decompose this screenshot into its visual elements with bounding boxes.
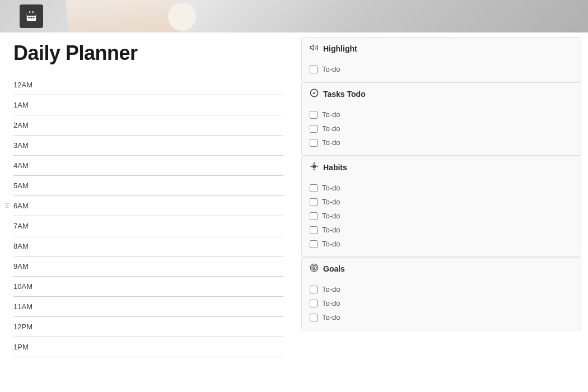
todo-item[interactable]: To-do bbox=[310, 223, 573, 237]
time-slot[interactable]: 8AM bbox=[13, 236, 283, 256]
time-slot[interactable]: 4AM bbox=[13, 156, 283, 176]
widget-highlight: HighlightTo-do bbox=[301, 37, 581, 82]
svg-rect-6 bbox=[33, 17, 35, 18]
time-slot[interactable]: 3AM bbox=[13, 136, 283, 156]
svg-rect-2 bbox=[29, 11, 30, 13]
todo-checkbox[interactable] bbox=[310, 226, 318, 234]
tasks-icon bbox=[310, 88, 319, 100]
todo-checkbox[interactable] bbox=[310, 184, 318, 192]
svg-point-15 bbox=[312, 265, 316, 270]
drag-handle-icon[interactable]: ⠿ bbox=[4, 202, 10, 210]
todo-checkbox[interactable] bbox=[310, 66, 318, 73]
time-label: 8AM bbox=[13, 242, 41, 250]
time-slot[interactable]: 10AM bbox=[13, 277, 283, 297]
todo-item[interactable]: To-do bbox=[310, 62, 573, 76]
todo-label: To-do bbox=[322, 184, 340, 192]
time-slot[interactable]: 12AM bbox=[13, 75, 283, 95]
todo-item[interactable]: To-do bbox=[310, 282, 573, 296]
widget-goals: GoalsTo-doTo-doTo-do bbox=[301, 257, 581, 330]
svg-point-9 bbox=[312, 165, 316, 169]
time-slots-container: 12AM1AM2AM3AM4AM5AM⠿6AM7AM8AM9AM10AM11AM… bbox=[13, 75, 283, 357]
todo-checkbox[interactable] bbox=[310, 286, 318, 293]
time-slot[interactable]: 1PM bbox=[13, 337, 283, 357]
todo-item[interactable]: To-do bbox=[310, 209, 573, 223]
todo-label: To-do bbox=[322, 313, 340, 321]
widget-items-tasks-todo: To-doTo-doTo-do bbox=[302, 105, 581, 155]
calendar-svg bbox=[25, 10, 38, 22]
svg-rect-5 bbox=[31, 17, 32, 18]
time-label: 4AM bbox=[13, 161, 41, 170]
time-label: 12AM bbox=[13, 81, 41, 89]
todo-label: To-do bbox=[322, 65, 340, 73]
time-slot[interactable]: 9AM bbox=[13, 256, 283, 277]
right-column: HighlightTo-doTasks TodoTo-doTo-doTo-doH… bbox=[297, 32, 588, 392]
todo-item[interactable]: To-do bbox=[310, 296, 573, 310]
time-slot[interactable]: 11AM bbox=[13, 297, 283, 317]
time-slot[interactable]: 7AM bbox=[13, 216, 283, 236]
todo-item[interactable]: To-do bbox=[310, 108, 573, 122]
time-label: 12PM bbox=[13, 323, 41, 331]
time-slot[interactable]: 2AM bbox=[13, 115, 283, 136]
todo-checkbox[interactable] bbox=[310, 139, 318, 147]
page-title: Daily Planner bbox=[13, 41, 283, 65]
todo-item[interactable]: To-do bbox=[310, 181, 573, 195]
time-label: 6AM bbox=[13, 202, 41, 210]
widget-title-habits: Habits bbox=[323, 163, 347, 172]
svg-point-11 bbox=[314, 169, 315, 170]
time-slot[interactable]: ⠿6AM bbox=[13, 196, 283, 216]
todo-checkbox[interactable] bbox=[310, 212, 318, 220]
todo-checkbox[interactable] bbox=[310, 300, 318, 307]
time-label: 2AM bbox=[13, 121, 41, 129]
time-label: 3AM bbox=[13, 141, 41, 150]
todo-item[interactable]: To-do bbox=[310, 310, 573, 324]
todo-label: To-do bbox=[322, 212, 340, 220]
svg-rect-1 bbox=[27, 12, 36, 16]
todo-checkbox[interactable] bbox=[310, 240, 318, 248]
svg-rect-4 bbox=[29, 17, 30, 18]
todo-item[interactable]: To-do bbox=[310, 195, 573, 209]
todo-item[interactable]: To-do bbox=[310, 122, 573, 136]
svg-marker-7 bbox=[310, 45, 314, 50]
time-label: 9AM bbox=[13, 262, 41, 270]
habits-icon bbox=[310, 162, 319, 173]
widget-title-highlight: Highlight bbox=[323, 44, 357, 53]
widget-header-goals: Goals bbox=[302, 258, 581, 280]
todo-label: To-do bbox=[322, 299, 340, 307]
widget-title-goals: Goals bbox=[323, 264, 345, 273]
time-label: 1AM bbox=[13, 101, 41, 109]
todo-checkbox[interactable] bbox=[310, 125, 318, 133]
goals-icon bbox=[310, 263, 319, 274]
widget-title-tasks-todo: Tasks Todo bbox=[323, 90, 366, 99]
widget-header-habits: Habits bbox=[302, 156, 581, 179]
todo-item[interactable]: To-do bbox=[310, 237, 573, 251]
widget-items-habits: To-doTo-doTo-doTo-doTo-do bbox=[302, 179, 581, 256]
todo-label: To-do bbox=[322, 110, 340, 119]
widget-header-highlight: Highlight bbox=[302, 38, 581, 60]
widgets-container: HighlightTo-doTasks TodoTo-doTo-doTo-doH… bbox=[301, 37, 581, 330]
time-label: 1PM bbox=[13, 343, 41, 351]
time-slot[interactable]: 1AM bbox=[13, 95, 283, 115]
todo-checkbox[interactable] bbox=[310, 314, 318, 321]
calendar-app-icon bbox=[20, 4, 43, 28]
main-content: Daily Planner 12AM1AM2AM3AM4AM5AM⠿6AM7AM… bbox=[0, 32, 588, 392]
todo-checkbox[interactable] bbox=[310, 198, 318, 206]
widget-habits: HabitsTo-doTo-doTo-doTo-doTo-do bbox=[301, 156, 581, 257]
svg-point-16 bbox=[314, 267, 315, 269]
todo-label: To-do bbox=[322, 240, 340, 248]
time-label: 7AM bbox=[13, 222, 41, 230]
todo-checkbox[interactable] bbox=[310, 111, 318, 119]
time-column: Daily Planner 12AM1AM2AM3AM4AM5AM⠿6AM7AM… bbox=[0, 32, 297, 392]
svg-rect-3 bbox=[32, 11, 34, 13]
widget-items-goals: To-doTo-doTo-do bbox=[302, 280, 581, 330]
time-label: 11AM bbox=[13, 302, 41, 311]
svg-point-12 bbox=[310, 166, 312, 167]
todo-label: To-do bbox=[322, 226, 340, 234]
highlight-icon bbox=[310, 43, 319, 54]
header-banner bbox=[0, 0, 588, 32]
time-slot[interactable]: 5AM bbox=[13, 176, 283, 196]
widget-header-tasks-todo: Tasks Todo bbox=[302, 83, 581, 105]
widget-tasks-todo: Tasks TodoTo-doTo-doTo-do bbox=[301, 82, 581, 156]
todo-item[interactable]: To-do bbox=[310, 136, 573, 150]
svg-point-13 bbox=[316, 166, 318, 167]
time-slot[interactable]: 12PM bbox=[13, 317, 283, 337]
